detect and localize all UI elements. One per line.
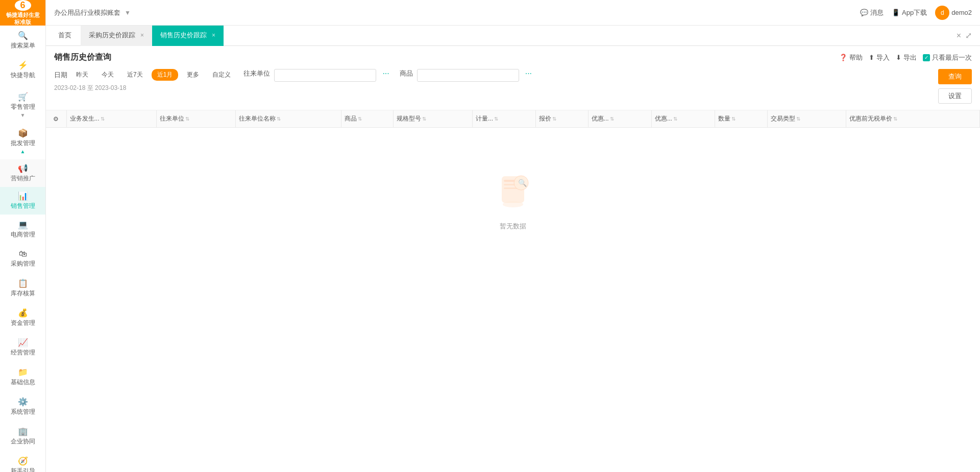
th-spec[interactable]: 规格型号 ⇅ bbox=[394, 110, 473, 128]
date-btn-7days[interactable]: 近7天 bbox=[122, 69, 148, 81]
date-btn-today[interactable]: 今天 bbox=[97, 69, 118, 81]
empty-state: 🔍 暂无数据 bbox=[46, 128, 980, 272]
app-version: 标准版 bbox=[14, 19, 31, 26]
message-label: 消息 bbox=[870, 8, 884, 17]
dropdown-icon[interactable]: ▼ bbox=[125, 9, 131, 16]
date-btn-1month[interactable]: 近1月 bbox=[152, 69, 179, 81]
system-icon: ⚙️ bbox=[18, 397, 28, 407]
settings-button[interactable]: 设置 bbox=[938, 88, 972, 104]
tab-purchase-history-close[interactable]: × bbox=[140, 32, 144, 39]
app-name: 畅捷通好生意 bbox=[6, 12, 40, 18]
guide-icon: 🧭 bbox=[18, 456, 28, 466]
sidebar-item-inventory[interactable]: 📋 库存核算 bbox=[0, 273, 45, 303]
sidebar-item-basic[interactable]: 📁 基础信息 bbox=[0, 362, 45, 392]
th-unit-code[interactable]: 往来单位 ⇅ bbox=[157, 110, 236, 128]
th-pre-tax-price[interactable]: 优惠前无税单价 ⇅ bbox=[846, 110, 980, 128]
th-unit[interactable]: 计量... ⇅ bbox=[473, 110, 536, 128]
sidebar-item-ecommerce[interactable]: 💻 电商管理 bbox=[0, 215, 45, 244]
sidebar-item-label: 批发管理 bbox=[11, 139, 35, 148]
sidebar-item-search[interactable]: 🔍 搜索菜单 bbox=[0, 26, 45, 55]
sort-icon: ⇅ bbox=[277, 116, 281, 122]
page-title: 销售历史价查询 bbox=[54, 52, 111, 63]
filter-row-date: 日期 昨天 今天 近7天 近1月 更多 自定义 bbox=[54, 69, 235, 81]
tab-home-label: 首页 bbox=[58, 31, 71, 40]
th-unit-code-label: 往来单位 bbox=[160, 114, 184, 123]
th-discount2[interactable]: 优惠... ⇅ bbox=[651, 110, 715, 128]
th-trade-type[interactable]: 交易类型 ⇅ bbox=[767, 110, 846, 128]
sidebar-item-label: 销售管理 bbox=[11, 202, 35, 210]
shortcut-icon: ⚡ bbox=[18, 60, 28, 70]
sort-icon: ⇅ bbox=[422, 116, 426, 122]
sidebar-item-enterprise[interactable]: 🏢 企业协同 bbox=[0, 421, 45, 451]
sidebar-item-label: 基础信息 bbox=[11, 378, 35, 387]
user-menu[interactable]: d demo2 bbox=[935, 6, 972, 20]
page-actions: ❓ 帮助 ⬆ 导入 ⬇ 导出 ✓ 只看最后一次 bbox=[839, 53, 972, 62]
sidebar-item-label: 搜索菜单 bbox=[11, 41, 35, 50]
message-icon: 💬 bbox=[860, 9, 868, 16]
sidebar-item-operation[interactable]: 📈 经营管理 bbox=[0, 333, 45, 362]
product-input[interactable] bbox=[417, 69, 519, 82]
topbar-left: 办公用品行业模拟账套 ▼ bbox=[54, 8, 131, 17]
filter-area: 日期 昨天 今天 近7天 近1月 更多 自定义 2023-02-18 至 202… bbox=[46, 63, 980, 110]
th-product[interactable]: 商品 ⇅ bbox=[341, 110, 393, 128]
tab-home[interactable]: 首页 bbox=[50, 26, 80, 46]
content-area: 销售历史价查询 ❓ 帮助 ⬆ 导入 ⬇ 导出 ✓ bbox=[46, 46, 980, 472]
purchase-icon: 🛍 bbox=[19, 249, 27, 258]
th-trade-type-label: 交易类型 bbox=[771, 114, 795, 123]
help-button[interactable]: ❓ 帮助 bbox=[839, 53, 863, 62]
sidebar-item-purchase[interactable]: 🛍 采购管理 bbox=[0, 244, 45, 273]
export-button[interactable]: ⬇ 导出 bbox=[896, 53, 917, 62]
tab-bar: 首页 采购历史价跟踪 × 销售历史价跟踪 × × ⤢ bbox=[46, 26, 980, 46]
marketing-icon: 📢 bbox=[18, 163, 28, 173]
sidebar-item-marketing[interactable]: 📢 营销推广 bbox=[0, 159, 45, 187]
search-icon: 🔍 bbox=[18, 31, 28, 40]
sidebar-item-retail[interactable]: 🛒 零售管理 ▼ bbox=[0, 87, 45, 123]
export-label: 导出 bbox=[903, 53, 917, 62]
sidebar-item-system[interactable]: ⚙️ 系统管理 bbox=[0, 392, 45, 421]
sidebar-item-label: 库存核算 bbox=[11, 289, 35, 298]
tab-sales-history[interactable]: 销售历史价跟踪 × bbox=[152, 26, 224, 46]
close-window-button[interactable]: × bbox=[957, 31, 961, 40]
import-button[interactable]: ⬆ 导入 bbox=[869, 53, 890, 62]
th-unit-name-label: 往来单位名称 bbox=[239, 114, 276, 123]
import-icon: ⬆ bbox=[869, 54, 874, 61]
th-quoted-price-label: 报价 bbox=[539, 114, 551, 123]
th-quoted-price[interactable]: 报价 ⇅ bbox=[536, 110, 588, 128]
date-btn-yesterday[interactable]: 昨天 bbox=[71, 69, 93, 81]
operation-icon: 📈 bbox=[18, 338, 28, 347]
inventory-icon: 📋 bbox=[18, 278, 28, 288]
sidebar-item-label: 资金管理 bbox=[11, 319, 35, 327]
th-gear[interactable]: ⚙ bbox=[46, 110, 66, 128]
date-btn-custom[interactable]: 自定义 bbox=[208, 69, 235, 81]
only-last-checkbox[interactable]: ✓ 只看最后一次 bbox=[923, 53, 972, 62]
message-button[interactable]: 💬 消息 bbox=[860, 8, 884, 17]
date-range-display: 2023-02-18 至 2023-03-18 bbox=[54, 84, 235, 92]
product-search-icon[interactable]: ··· bbox=[523, 69, 534, 78]
th-discount1[interactable]: 优惠... ⇅ bbox=[588, 110, 651, 128]
wholesale-icon: 📦 bbox=[18, 128, 28, 138]
sidebar-item-guide[interactable]: 🧭 新手引导 bbox=[0, 451, 45, 472]
query-button[interactable]: 查询 bbox=[938, 69, 972, 84]
sort-icon: ⇅ bbox=[101, 116, 105, 122]
sidebar-item-wholesale[interactable]: 📦 批发管理 ▲ bbox=[0, 123, 45, 159]
th-unit-name[interactable]: 往来单位名称 ⇅ bbox=[235, 110, 341, 128]
enterprise-icon: 🏢 bbox=[18, 427, 28, 436]
th-biz-date-label: 业务发生... bbox=[70, 114, 100, 123]
filter-buttons: 查询 设置 bbox=[938, 69, 972, 104]
sidebar-item-shortcut[interactable]: ⚡ 快捷导航 bbox=[0, 55, 45, 85]
maximize-window-button[interactable]: ⤢ bbox=[965, 31, 972, 40]
tab-purchase-history[interactable]: 采购历史价跟踪 × bbox=[81, 26, 152, 46]
tab-sales-history-close[interactable]: × bbox=[212, 32, 215, 39]
app-download-button[interactable]: 📱 App下载 bbox=[892, 8, 927, 17]
download-icon: 📱 bbox=[892, 9, 900, 16]
date-btn-more[interactable]: 更多 bbox=[182, 69, 204, 81]
import-label: 导入 bbox=[876, 53, 890, 62]
th-biz-date[interactable]: 业务发生... ⇅ bbox=[66, 110, 157, 128]
sidebar-item-sales-management[interactable]: 📊 销售管理 bbox=[0, 187, 45, 215]
sidebar-item-label: 电商管理 bbox=[11, 230, 35, 239]
from-unit-input[interactable] bbox=[274, 69, 376, 82]
th-quantity[interactable]: 数量 ⇅ bbox=[715, 110, 767, 128]
sidebar-item-finance[interactable]: 💰 资金管理 bbox=[0, 303, 45, 333]
from-unit-search-icon[interactable]: ··· bbox=[380, 69, 391, 78]
app-download-label: App下载 bbox=[902, 8, 927, 17]
